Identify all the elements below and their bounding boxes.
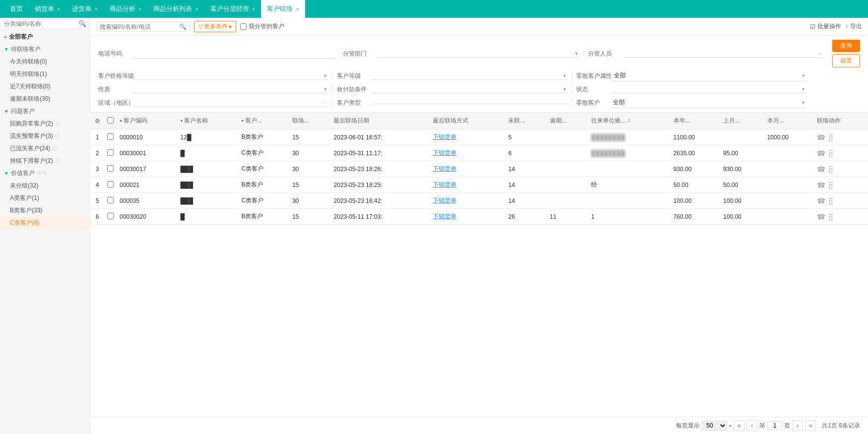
nav-item-home[interactable]: 首页 xyxy=(4,0,29,18)
first-page-btn[interactable]: « xyxy=(734,420,744,431)
filter-select-dept[interactable]: ▾ xyxy=(378,50,579,58)
nav-item-analysis-list[interactable]: 商品分析列表 × xyxy=(147,0,204,18)
sidebar-item-class-a[interactable]: A类客户(1) xyxy=(0,192,90,204)
row-checkbox[interactable] xyxy=(104,193,117,209)
close-icon[interactable]: × xyxy=(138,6,141,12)
filter-select-manager[interactable]: ··· xyxy=(623,50,824,58)
sidebar-item-ungroup[interactable]: 未分组(32) xyxy=(0,180,90,192)
filter-select-customer-level[interactable]: ▾ xyxy=(372,72,567,80)
more-action-icon[interactable]: ⣿ xyxy=(828,213,833,221)
prev-page-btn[interactable]: ‹ xyxy=(746,420,757,431)
filter-select-status[interactable]: ▾ xyxy=(611,85,806,93)
row-contact-days: 15 xyxy=(289,177,331,193)
row-contact-days: 30 xyxy=(289,193,331,209)
filter-select-customer-type[interactable] xyxy=(372,102,567,104)
filter-select-payment[interactable]: ▾ xyxy=(372,85,567,93)
collapse-icon[interactable]: « xyxy=(4,34,7,40)
row-checkbox[interactable] xyxy=(104,129,117,145)
nav-item-customer-contact[interactable]: 客户联络 × xyxy=(261,0,305,18)
filter-select-area[interactable]: ··· xyxy=(134,99,329,107)
info-icon: ⓘ xyxy=(55,121,60,127)
row-checkbox[interactable] xyxy=(104,209,117,225)
more-action-icon[interactable]: ⣿ xyxy=(828,181,833,189)
sidebar-item-7days[interactable]: 近7天待联络(0) xyxy=(0,80,90,93)
th-last-month: 上月... xyxy=(720,113,764,129)
page-input[interactable] xyxy=(767,421,782,430)
phone-action-icon[interactable]: ☎ xyxy=(817,197,825,205)
sidebar-item-declining[interactable]: 持续下滑客户(2) ⓘ xyxy=(0,155,90,167)
phone-action-icon[interactable]: ☎ xyxy=(817,213,825,221)
th-settings[interactable]: ⚙ xyxy=(90,113,104,129)
filter-search-input[interactable] xyxy=(100,23,179,30)
row-last-method[interactable]: 下销货单 xyxy=(430,193,505,209)
sidebar-group-pending[interactable]: ▼ 待联络客户 xyxy=(0,43,90,56)
phone-action-icon[interactable]: ☎ xyxy=(817,165,825,173)
query-button[interactable]: 查询 xyxy=(832,40,860,52)
next-page-btn[interactable]: › xyxy=(792,420,803,431)
sidebar-item-class-c[interactable]: C类客户(6) xyxy=(0,217,90,229)
sidebar-item-churn-warning[interactable]: 流失预警客户(3) ⓘ xyxy=(0,130,90,142)
sidebar-item-overdue[interactable]: 逾期未联络(30) xyxy=(0,93,90,105)
filter-select-retail-attr[interactable]: 全部 ▾ xyxy=(612,70,806,81)
nav-item-analysis[interactable]: 商品分析 × xyxy=(104,0,147,18)
close-icon[interactable]: × xyxy=(252,6,255,12)
close-icon[interactable]: × xyxy=(57,6,60,12)
table-container: ⚙ ▪ 客户编码 ▪ 客户名称 ▪ 客户... 联络... 最后联络日期 最后联… xyxy=(90,113,868,417)
more-action-icon[interactable]: ⣿ xyxy=(828,197,833,205)
row-contact-days: 30 xyxy=(289,145,331,161)
edit-icon[interactable]: ✎ xyxy=(42,170,47,177)
filter-input-phone[interactable] xyxy=(133,49,334,59)
sidebar-search-input[interactable] xyxy=(4,20,78,27)
close-icon[interactable]: × xyxy=(195,6,198,12)
row-this-month xyxy=(764,177,814,193)
row-checkbox[interactable] xyxy=(104,161,117,177)
th-checkbox[interactable] xyxy=(104,113,117,129)
nav-item-sales[interactable]: 销货单 × xyxy=(29,0,66,18)
sidebar-item-churned[interactable]: 已流失客户(24) ⓘ xyxy=(0,142,90,155)
close-icon[interactable]: × xyxy=(94,6,97,12)
per-page-select[interactable]: 50 100 xyxy=(702,421,727,431)
nav-item-customer-layered[interactable]: 客户分层经营 × xyxy=(204,0,261,18)
last-page-btn[interactable]: » xyxy=(805,420,816,431)
row-account: ████████ xyxy=(588,129,670,145)
row-last-method[interactable]: 下销货单 xyxy=(430,129,505,145)
nav-item-purchase[interactable]: 进货单 × xyxy=(66,0,103,18)
my-customers-checkbox[interactable] xyxy=(240,23,247,30)
row-last-method[interactable]: 下销货单 xyxy=(430,145,505,161)
more-action-icon[interactable]: ⣿ xyxy=(828,133,833,141)
row-last-method[interactable]: 下销货单 xyxy=(430,209,505,225)
row-name: ███ xyxy=(178,193,239,209)
row-checkbox[interactable] xyxy=(104,145,117,161)
all-customers-label[interactable]: 全部客户 xyxy=(9,33,33,41)
close-icon[interactable]: × xyxy=(296,6,299,12)
select-all-checkbox[interactable] xyxy=(107,117,114,124)
phone-action-icon[interactable]: ☎ xyxy=(817,133,825,141)
row-checkbox[interactable] xyxy=(104,177,117,193)
more-action-icon[interactable]: ⣿ xyxy=(828,165,833,173)
sidebar-item-today[interactable]: 今天待联络(0) xyxy=(0,56,90,68)
sidebar-item-class-b[interactable]: B类客户(33) xyxy=(0,204,90,217)
row-last-method[interactable]: 下销货单 xyxy=(430,177,505,193)
phone-action-icon[interactable]: ☎ xyxy=(817,181,825,189)
sidebar-item-tomorrow[interactable]: 明天待联络(1) xyxy=(0,68,90,80)
more-conditions-btn[interactable]: ▽ 更多条件 ▾ xyxy=(194,21,236,32)
sidebar-item-repurchase-abnormal[interactable]: 回购异常客户(2) ⓘ xyxy=(0,118,90,130)
filter-select-nature[interactable]: ▾ xyxy=(133,85,329,93)
filter-select-retail-customer[interactable]: 全部 ▾ xyxy=(611,97,806,108)
filter-select-price-level[interactable]: ▾ xyxy=(134,72,329,80)
row-last-method[interactable]: 下销货单 xyxy=(430,161,505,177)
setting-button[interactable]: 设置 xyxy=(832,54,860,67)
refresh-icon[interactable]: ↺ xyxy=(37,170,41,177)
row-last-date: 2023-06-01 16:57: xyxy=(331,129,430,145)
more-action-icon[interactable]: ⣿ xyxy=(828,149,833,157)
batch-op-btn[interactable]: ☑ 批量操作 xyxy=(810,22,841,31)
row-last-date: 2023-05-11 17:03: xyxy=(331,209,430,225)
batch-icon: ☑ xyxy=(810,23,815,30)
my-customers-checkbox-label[interactable]: 我分管的客户 xyxy=(240,22,284,31)
sidebar-group-value[interactable]: ▼ 价值客户 ↺ ✎ xyxy=(0,167,90,180)
filter-search-box[interactable]: 🔍 xyxy=(96,22,190,32)
table-row: 5 000035 ███ C类客户 30 2023-05-23 16:42: 下… xyxy=(90,193,868,209)
export-btn[interactable]: ↑ 导出 xyxy=(845,22,862,31)
sidebar-group-problem[interactable]: ▼ 问题客户 xyxy=(0,105,90,118)
phone-action-icon[interactable]: ☎ xyxy=(817,149,825,157)
